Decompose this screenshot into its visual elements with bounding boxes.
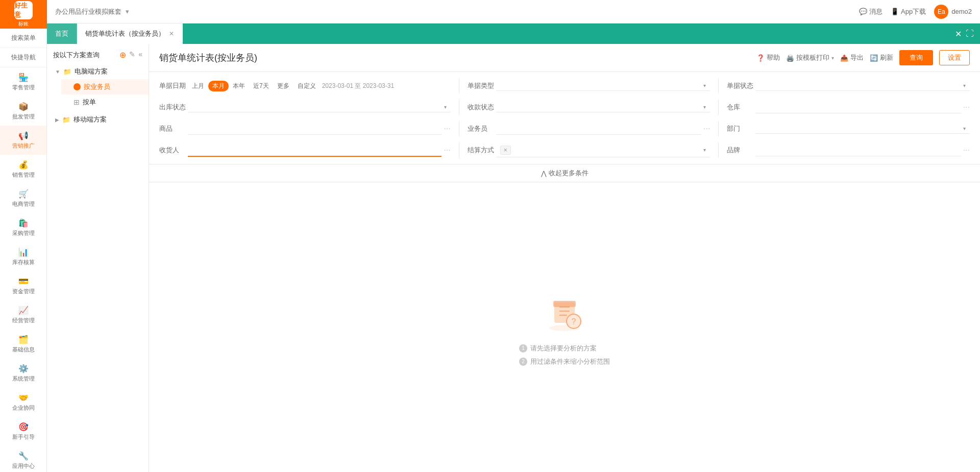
- tab-home[interactable]: 首页: [47, 23, 77, 44]
- window-maximize-icon[interactable]: ⛶: [966, 29, 974, 38]
- tip-num-1: 1: [519, 344, 527, 352]
- sidebar-item-inventory[interactable]: 📊 库存核算: [0, 242, 46, 271]
- user-profile[interactable]: Ea demo2: [934, 5, 972, 19]
- filter-out-status: 出库状态 ▾: [159, 102, 451, 112]
- collapse-panel-icon[interactable]: «: [138, 50, 142, 60]
- sidebar-item-retail[interactable]: 🏪 零售管理: [0, 67, 46, 97]
- filter-row-2: 出库状态 ▾ 收款状态 ▾: [159, 100, 970, 115]
- tag-x[interactable]: ×: [504, 147, 507, 154]
- wholesale-icon: 📦: [18, 102, 29, 111]
- tip-num-2: 2: [519, 358, 527, 366]
- sidebar-item-ecommerce[interactable]: 🛒 电商管理: [0, 184, 46, 213]
- sidebar-logo: 好生意 标账: [0, 0, 47, 29]
- user-avatar: Ea: [934, 5, 948, 19]
- print-button[interactable]: 🖨️ 按模板打印 ▾: [786, 53, 834, 62]
- workspace-dropdown-icon[interactable]: ▾: [126, 8, 129, 15]
- refresh-button[interactable]: 🔄 刷新: [870, 53, 893, 62]
- empty-tips: 1 请先选择要分析的方案 2 用过滤条件来缩小分析范围: [519, 344, 610, 370]
- corp-icon: 🤝: [18, 393, 29, 403]
- system-label: 系统管理: [12, 375, 35, 383]
- tree-item-by-order[interactable]: ⊞ 按单: [61, 95, 149, 110]
- tab-close-icon[interactable]: ✕: [169, 30, 174, 37]
- tip-item-1: 1 请先选择要分析的方案: [519, 344, 610, 353]
- consignee-dots[interactable]: ···: [444, 146, 450, 155]
- print-dropdown-icon[interactable]: ▾: [831, 55, 834, 61]
- brand-input[interactable]: [755, 144, 961, 156]
- settlement-label: 结算方式: [468, 146, 496, 155]
- tab-sales-stat[interactable]: 销货单统计表（按业务员） ✕: [77, 23, 183, 44]
- salesperson-input[interactable]: [496, 123, 701, 135]
- sidebar-quick-nav[interactable]: 快捷导航: [0, 48, 46, 67]
- marketing-label: 营销推广: [12, 142, 35, 150]
- doc-type-select[interactable]: ▾: [496, 81, 710, 91]
- add-scheme-icon[interactable]: ⊕: [119, 50, 126, 60]
- window-close-icon[interactable]: ✕: [955, 29, 962, 39]
- salesperson-dots[interactable]: ···: [703, 124, 710, 133]
- tree-item-salesperson-label: 按业务员: [84, 82, 110, 91]
- sidebar-item-sales[interactable]: 💰 销售管理: [0, 155, 46, 184]
- tree-desktop-schemes[interactable]: ▼ 📁 电脑端方案: [47, 64, 149, 79]
- settlement-select[interactable]: × ▾: [496, 144, 710, 157]
- tree-item-by-salesperson[interactable]: 按业务员: [61, 79, 149, 95]
- doc-status-select[interactable]: ▾: [755, 81, 970, 91]
- svg-text:?: ?: [572, 317, 576, 326]
- out-status-select[interactable]: ▾: [188, 102, 451, 112]
- goods-dots[interactable]: ···: [444, 124, 450, 133]
- date-btn-7days[interactable]: 近7天: [249, 81, 273, 91]
- date-btn-last-month[interactable]: 上月: [188, 81, 208, 91]
- filter-warehouse: 仓库 ···: [727, 101, 970, 113]
- out-status-arrow: ▾: [444, 104, 447, 110]
- collapse-button[interactable]: ⋀ 收起更多条件: [541, 169, 589, 178]
- date-filter-buttons: 上月 本月 本年 近7天 更多 自定义 2023-03-01 至 2023-03…: [188, 81, 451, 91]
- filter-settlement: 结算方式 × ▾: [468, 144, 710, 157]
- sidebar-item-newbie[interactable]: 🎯 新手引导: [0, 417, 46, 446]
- consignee-input[interactable]: [188, 144, 442, 157]
- settings-button[interactable]: 设置: [939, 50, 970, 65]
- newbie-label: 新手引导: [12, 433, 35, 441]
- date-btn-this-year[interactable]: 本年: [229, 81, 249, 91]
- refresh-label: 刷新: [880, 53, 893, 62]
- sidebar-search-item[interactable]: 搜索菜单: [0, 29, 46, 48]
- divider-7: [459, 143, 459, 158]
- sidebar-item-operations[interactable]: 📈 经营管理: [0, 300, 46, 329]
- sidebar-item-finance[interactable]: 💳 资金管理: [0, 271, 46, 300]
- sidebar-item-purchase[interactable]: 🛍️ 采购管理: [0, 213, 46, 242]
- active-circle-icon: [74, 83, 81, 90]
- date-btn-this-month[interactable]: 本月: [208, 81, 229, 91]
- app-download-icon: 📱: [891, 8, 899, 15]
- message-button[interactable]: 💬 消息: [859, 7, 883, 16]
- operations-label: 经营管理: [12, 317, 35, 324]
- sidebar-item-apps[interactable]: 🔧 应用中心: [0, 446, 46, 472]
- tab-expand-button[interactable]: ✕ ⛶: [949, 29, 980, 39]
- sidebar-item-wholesale[interactable]: 📦 批发管理: [0, 97, 46, 126]
- app-download-button[interactable]: 📱 App下载: [891, 7, 926, 16]
- corp-label: 企业协同: [12, 404, 35, 412]
- divider-6: [718, 121, 719, 136]
- goods-input[interactable]: [188, 123, 442, 135]
- sidebar-item-marketing[interactable]: 📢 营销推广: [0, 126, 46, 155]
- print-icon: 🖨️: [786, 54, 794, 62]
- grid-icon: ⊞: [74, 98, 80, 106]
- sidebar-item-system[interactable]: ⚙️ 系统管理: [0, 359, 46, 388]
- sidebar-item-corp[interactable]: 🤝 企业协同: [0, 388, 46, 417]
- collapse-bar: ⋀ 收起更多条件: [149, 164, 980, 182]
- help-button[interactable]: ❓ 帮助: [756, 53, 780, 62]
- tree-mobile-schemes[interactable]: ▶ 📁 移动端方案: [47, 112, 149, 127]
- date-btn-custom[interactable]: 自定义: [293, 81, 320, 91]
- brand-label: 品牌: [727, 146, 755, 155]
- receipt-status-select[interactable]: ▾: [496, 102, 710, 112]
- refresh-icon: 🔄: [870, 54, 878, 62]
- brand-dots[interactable]: ···: [963, 146, 970, 155]
- department-select[interactable]: ▾: [755, 124, 970, 134]
- date-btn-more[interactable]: 更多: [273, 81, 293, 91]
- workspace-selector[interactable]: 办公用品行业模拟账套 ▾: [55, 7, 129, 16]
- warehouse-dots[interactable]: ···: [963, 103, 970, 112]
- goods-label: 商品: [159, 124, 188, 133]
- query-button[interactable]: 查询: [899, 50, 933, 65]
- apps-icon: 🔧: [18, 451, 29, 461]
- sidebar-item-base[interactable]: 🗂️ 基础信息: [0, 329, 46, 359]
- edit-scheme-icon[interactable]: ✎: [129, 50, 135, 60]
- warehouse-input[interactable]: [755, 101, 961, 113]
- left-panel: 按以下方案查询 ⊕ ✎ « ▼ 📁 电脑端方案 按业务员 ⊞: [47, 44, 149, 472]
- export-button[interactable]: 📤 导出: [840, 53, 864, 62]
